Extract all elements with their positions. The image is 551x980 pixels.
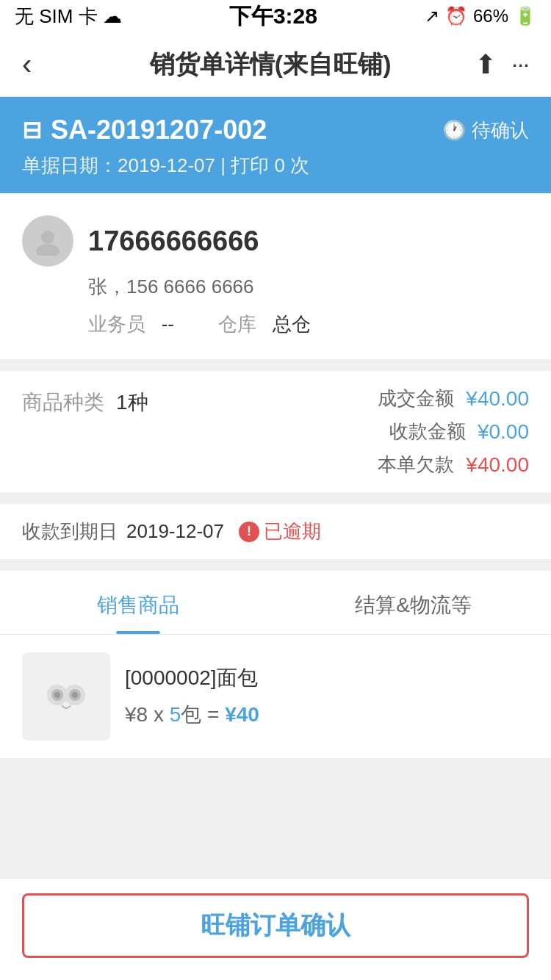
location-icon: ↗ bbox=[425, 6, 439, 26]
salesperson-value: -- bbox=[162, 313, 174, 335]
share-button[interactable]: ⬆ bbox=[475, 49, 497, 80]
order-header: ⊟ SA-20191207-002 🕐 待确认 单据日期：2019-12-07 … bbox=[0, 97, 551, 193]
order-id-row: ⊟ SA-20191207-002 🕐 待确认 bbox=[22, 115, 529, 145]
customer-name: 张，156 6666 6666 bbox=[88, 274, 529, 300]
received-amount-row: 收款金额 ¥0.00 bbox=[389, 419, 529, 444]
product-total: ¥40 bbox=[225, 703, 259, 726]
product-types-value: 1种 bbox=[116, 389, 148, 417]
received-label: 收款金额 bbox=[389, 419, 466, 444]
owed-amount-row: 本单欠款 ¥40.00 bbox=[378, 452, 529, 478]
product-item: [0000002]面包 ¥8 x 5包 = ¥40 bbox=[22, 652, 529, 741]
svg-point-1 bbox=[36, 244, 60, 256]
bottom-bar: 旺铺订单确认 bbox=[0, 878, 551, 980]
overdue-icon: ! bbox=[239, 522, 259, 542]
transaction-value: ¥40.00 bbox=[466, 387, 529, 411]
page-title: 销货单详情(来自旺铺) bbox=[66, 48, 475, 82]
summary-row: 商品种类 1种 成交金额 ¥40.00 收款金额 ¥0.00 本单欠款 ¥40.… bbox=[22, 386, 529, 478]
owed-value: ¥40.00 bbox=[466, 453, 529, 477]
product-section: [0000002]面包 ¥8 x 5包 = ¥40 bbox=[0, 635, 551, 758]
product-thumbnail bbox=[22, 652, 110, 741]
transaction-amount-row: 成交金额 ¥40.00 bbox=[378, 386, 529, 411]
status-text: 待确认 bbox=[472, 118, 529, 143]
product-qty: 5 bbox=[170, 703, 181, 726]
overdue-text: 已逾期 bbox=[264, 519, 321, 544]
status-time: 下午3:28 bbox=[229, 1, 317, 32]
order-icon: ⊟ bbox=[22, 116, 42, 144]
product-types: 商品种类 1种 bbox=[22, 386, 148, 417]
received-value: ¥0.00 bbox=[478, 420, 529, 444]
tab-settlement-label: 结算&物流等 bbox=[355, 594, 472, 616]
sim-status: 无 SIM 卡 ☁ bbox=[15, 4, 122, 29]
status-clock-icon: 🕐 bbox=[442, 119, 466, 142]
order-date: 单据日期：2019-12-07 | 打印 0 次 bbox=[22, 153, 529, 179]
product-equals: = bbox=[201, 703, 225, 726]
warehouse-label: 仓库 bbox=[218, 313, 256, 335]
product-types-label: 商品种类 bbox=[22, 389, 104, 417]
battery-status: 66% bbox=[473, 6, 508, 26]
alarm-icon: ⏰ bbox=[445, 6, 467, 26]
back-button[interactable]: ‹ bbox=[22, 48, 66, 81]
summary-section: 商品种类 1种 成交金额 ¥40.00 收款金额 ¥0.00 本单欠款 ¥40.… bbox=[0, 371, 551, 492]
overdue-badge: ! 已逾期 bbox=[239, 519, 321, 544]
battery-icon: 🔋 bbox=[514, 6, 536, 26]
nav-actions: ⬆ ··· bbox=[475, 49, 529, 80]
owed-label: 本单欠款 bbox=[378, 452, 454, 478]
order-id-text: SA-20191207-002 bbox=[51, 115, 267, 145]
status-right: ↗ ⏰ 66% 🔋 bbox=[425, 6, 536, 26]
product-price-row: ¥8 x 5包 = ¥40 bbox=[125, 701, 529, 729]
product-info: [0000002]面包 ¥8 x 5包 = ¥40 bbox=[125, 664, 529, 729]
svg-point-7 bbox=[72, 692, 78, 698]
product-price: ¥8 x bbox=[125, 703, 170, 726]
due-date: 2019-12-07 bbox=[126, 520, 224, 543]
due-label: 收款到期日 bbox=[22, 519, 118, 544]
salesperson-label: 业务员 bbox=[88, 313, 145, 335]
status-left: 无 SIM 卡 ☁ bbox=[15, 4, 122, 29]
svg-point-6 bbox=[54, 692, 60, 698]
svg-point-0 bbox=[41, 231, 54, 244]
confirm-button[interactable]: 旺铺订单确认 bbox=[22, 893, 529, 958]
customer-meta: 业务员 -- 仓库 总仓 bbox=[88, 311, 529, 337]
customer-phone: 17666666666 bbox=[88, 226, 259, 257]
tab-sales-label: 销售商品 bbox=[97, 594, 179, 616]
customer-row: 17666666666 bbox=[22, 215, 529, 267]
tab-sales-products[interactable]: 销售商品 bbox=[0, 571, 276, 634]
nav-bar: ‹ 销货单详情(来自旺铺) ⬆ ··· bbox=[0, 32, 551, 97]
tabs: 销售商品 结算&物流等 bbox=[0, 571, 551, 635]
customer-section: 17666666666 张，156 6666 6666 业务员 -- 仓库 总仓 bbox=[0, 193, 551, 359]
warehouse-value: 总仓 bbox=[273, 313, 311, 335]
product-name: [0000002]面包 bbox=[125, 664, 529, 692]
avatar bbox=[22, 215, 73, 267]
product-unit: 包 bbox=[181, 703, 201, 726]
due-section: 收款到期日 2019-12-07 ! 已逾期 bbox=[0, 504, 551, 559]
order-id: ⊟ SA-20191207-002 bbox=[22, 115, 267, 145]
order-status: 🕐 待确认 bbox=[442, 118, 529, 143]
more-button[interactable]: ··· bbox=[511, 51, 529, 78]
tab-settlement[interactable]: 结算&物流等 bbox=[276, 571, 551, 634]
transaction-label: 成交金额 bbox=[378, 386, 454, 411]
amounts: 成交金额 ¥40.00 收款金额 ¥0.00 本单欠款 ¥40.00 bbox=[378, 386, 529, 478]
status-bar: 无 SIM 卡 ☁ 下午3:28 ↗ ⏰ 66% 🔋 bbox=[0, 0, 551, 32]
